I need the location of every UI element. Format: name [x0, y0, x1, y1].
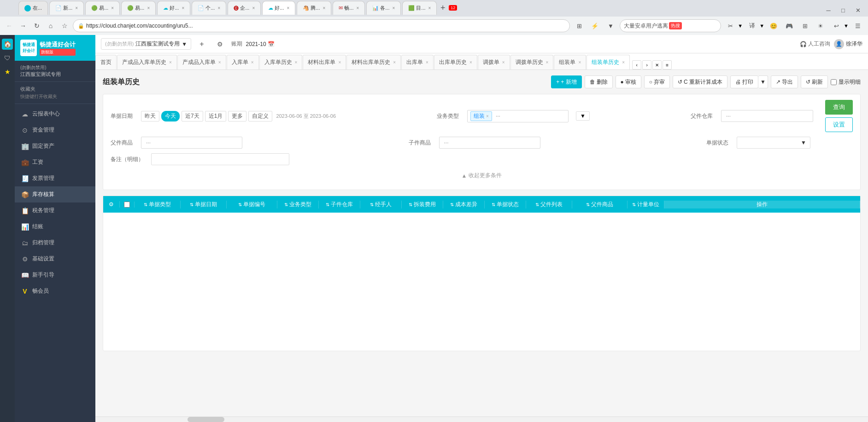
tab-assembly-history[interactable]: 组装单历史 ×: [586, 55, 630, 69]
biz-type-more[interactable]: ···: [494, 113, 502, 119]
th-biz-type[interactable]: ⇅ 业务类型: [277, 201, 319, 208]
th-sub-warehouse[interactable]: ⇅ 子件仓库: [319, 201, 360, 208]
add-company-button[interactable]: +: [195, 38, 208, 51]
menu-button[interactable]: ☰: [851, 19, 864, 32]
th-parent-list[interactable]: ⇅ 父件列表: [526, 201, 572, 208]
qr-code-button[interactable]: ⊞: [573, 19, 586, 32]
tab-transfer[interactable]: 调拨单 ×: [478, 55, 510, 69]
th-checkbox[interactable]: [120, 202, 135, 208]
sidebar-item-tax[interactable]: 📋 税务管理: [15, 202, 95, 219]
close-icon[interactable]: ×: [622, 60, 625, 65]
refresh-button-page[interactable]: ↺ 刷新: [801, 75, 828, 88]
tab-close-icon[interactable]: ×: [217, 6, 220, 11]
bottom-scrollbar[interactable]: [95, 416, 868, 422]
side-icon-home[interactable]: 🏠: [2, 39, 13, 50]
date-btn-7days[interactable]: 近7天: [182, 111, 203, 121]
tab-close-icon[interactable]: ×: [147, 6, 150, 11]
parent-wh-more[interactable]: ···: [724, 113, 733, 119]
close-icon[interactable]: ×: [169, 60, 172, 65]
browser-tab-10[interactable]: ✉ 畅... ×: [333, 1, 365, 15]
delete-button[interactable]: 🗑 删除: [585, 75, 613, 88]
th-settings[interactable]: ⚙: [103, 201, 120, 208]
tab-assembly[interactable]: 组装单 ×: [554, 55, 586, 69]
dropdown-button[interactable]: ▼: [604, 19, 617, 32]
th-handler[interactable]: ⇅ 经手人: [360, 201, 402, 208]
bookmark-button[interactable]: ☆: [59, 20, 70, 31]
tab-home[interactable]: 首页: [95, 55, 117, 69]
display-detail-toggle[interactable]: 显示明细: [831, 78, 861, 86]
favorites-section[interactable]: 收藏夹 快捷键打开收藏夹: [15, 82, 95, 104]
th-order-no[interactable]: ⇅ 单据编号: [227, 201, 277, 208]
calendar-icon[interactable]: 📅: [268, 41, 275, 47]
browser-tab-1[interactable]: 在...: [18, 1, 48, 15]
sidebar-item-fund[interactable]: ⊙ 资金管理: [15, 122, 95, 138]
scissors-button[interactable]: ✂: [724, 19, 737, 32]
lightning-button[interactable]: ⚡: [588, 19, 601, 32]
sidebar-item-inventory[interactable]: 📦 库存核算: [15, 186, 95, 202]
abandon-button[interactable]: ○ 弃审: [644, 75, 670, 88]
tab-close-icon[interactable]: ×: [75, 6, 78, 11]
company-settings-button[interactable]: ⚙: [212, 38, 228, 51]
th-parent-goods[interactable]: ⇅ 父件商品: [572, 201, 628, 208]
tab-close-icon[interactable]: ×: [428, 6, 431, 11]
tab-out-order[interactable]: 出库单 ×: [401, 55, 434, 69]
browser-tab-11[interactable]: 📊 各... ×: [366, 1, 401, 15]
biz-type-tag-remove[interactable]: ×: [486, 114, 489, 119]
forward-button[interactable]: →: [18, 20, 29, 31]
sidebar-item-settings[interactable]: ⚙ 基础设置: [15, 251, 95, 267]
tab-close-icon[interactable]: ×: [182, 6, 184, 11]
tab-left-arrow[interactable]: ‹: [632, 60, 641, 69]
date-btn-custom[interactable]: 自定义: [248, 111, 272, 121]
th-order-status[interactable]: ⇅ 单据状态: [485, 201, 526, 208]
print-button[interactable]: 🖨 打印: [730, 75, 758, 88]
browser-search[interactable]: 大量安卓用户逃离 热搜: [620, 19, 721, 32]
select-all-checkbox[interactable]: [124, 202, 130, 208]
tab-more[interactable]: ≡: [663, 60, 672, 69]
browser-tab-9[interactable]: 🐴 腾... ×: [297, 1, 331, 15]
browser-tab-3[interactable]: 🟢 易... ×: [85, 1, 120, 15]
sidebar-item-salary[interactable]: 💼 工资: [15, 154, 95, 170]
close-icon[interactable]: ×: [426, 60, 428, 65]
parent-goods-filter[interactable]: ···: [141, 137, 242, 149]
side-icon-star[interactable]: ★: [2, 66, 13, 77]
close-icon[interactable]: ×: [393, 60, 396, 65]
company-selector[interactable]: (勿删勿禁用) 江西服宝测试专用 ▼: [101, 38, 191, 50]
close-icon[interactable]: ×: [218, 60, 221, 65]
tab-close-icon[interactable]: ×: [252, 6, 255, 11]
tab-in-order[interactable]: 入库单 ×: [227, 55, 259, 69]
th-dismantle-cost[interactable]: ⇅ 拆装费用: [402, 201, 443, 208]
translate-button[interactable]: 译: [745, 19, 758, 32]
tab-product-in[interactable]: 产成品入库单 ×: [177, 55, 226, 69]
refresh-button[interactable]: ↻: [31, 20, 42, 31]
tab-transfer-history[interactable]: 调拨单历史 ×: [510, 55, 554, 69]
close-button[interactable]: ✕: [851, 4, 864, 17]
tab-material-out[interactable]: 材料出库单 ×: [303, 55, 346, 69]
sidebar-item-invoice[interactable]: 🧾 发票管理: [15, 170, 95, 186]
back-button[interactable]: ←: [4, 20, 15, 31]
sidebar-item-cloud-report[interactable]: ☁ 云报表中心: [15, 106, 95, 122]
date-btn-more[interactable]: 更多: [228, 111, 246, 121]
maximize-button[interactable]: □: [837, 4, 850, 17]
sidebar-item-settlement[interactable]: 📊 结账: [15, 219, 95, 235]
new-tab-button[interactable]: +: [438, 3, 447, 12]
home-button[interactable]: ⌂: [45, 20, 56, 31]
tab-out-history[interactable]: 出库单历史 ×: [434, 55, 477, 69]
th-unit[interactable]: ⇅ 计量单位: [628, 201, 664, 208]
sub-goods-more[interactable]: ···: [442, 139, 451, 146]
tab-in-history[interactable]: 入库单历史 ×: [259, 55, 303, 69]
date-btn-today[interactable]: 今天: [161, 111, 180, 121]
tab-close-icon[interactable]: ×: [356, 6, 359, 11]
service-button[interactable]: 🎧 人工咨询: [800, 40, 830, 48]
set-button[interactable]: 设置: [825, 117, 853, 132]
favorites-label[interactable]: 收藏夹: [20, 86, 90, 92]
close-icon[interactable]: ×: [578, 60, 581, 65]
emoji-button[interactable]: 😊: [767, 19, 780, 32]
game-button[interactable]: 🎮: [783, 19, 796, 32]
th-order-type[interactable]: ⇅ 单据类型: [135, 201, 181, 208]
sub-goods-filter[interactable]: ···: [439, 137, 540, 149]
grid-button[interactable]: ⊞: [798, 19, 811, 32]
tab-material-out-history[interactable]: 材料出库单历史 ×: [346, 55, 401, 69]
query-button[interactable]: 查询: [825, 100, 853, 115]
add-button[interactable]: + + 新增: [551, 75, 581, 88]
parent-wh-filter[interactable]: ···: [721, 110, 813, 122]
